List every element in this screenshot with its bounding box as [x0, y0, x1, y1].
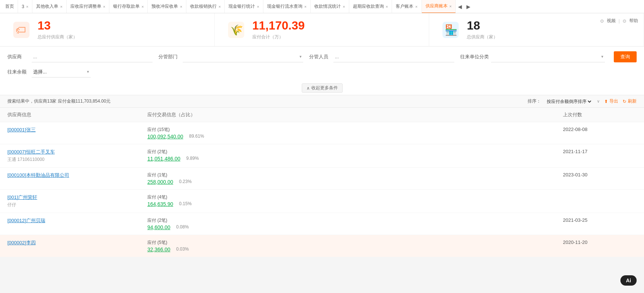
- supplier-contact-4: 仔仔: [7, 202, 147, 208]
- nav-tab-overdue-close[interactable]: ×: [386, 4, 388, 9]
- payable-info-2: 应付 (2笔) 11,051,486.00 9.89%: [147, 149, 563, 162]
- stat-number-suppliers: 13: [38, 19, 77, 32]
- payable-percent-4: 0.15%: [179, 201, 192, 207]
- export-button[interactable]: ⬆ 导出: [604, 98, 618, 104]
- nav-prev-arrow[interactable]: ◀: [456, 0, 464, 13]
- nav-tab-customer-ledger-close[interactable]: ×: [415, 4, 417, 9]
- nav-tab-overdue[interactable]: 超期应收款查询 ×: [349, 0, 392, 13]
- stat-label-suppliers: 总应付供应商（家）: [38, 34, 77, 40]
- supplier-name-3[interactable]: [000100]本特勤油品有限公司: [7, 172, 147, 179]
- filter-person: 分管人员: [309, 51, 454, 62]
- category-filter-select[interactable]: [491, 51, 605, 62]
- nav-tab-other-income[interactable]: 其他收入单 ×: [32, 0, 66, 13]
- nav-tab-other-income-close[interactable]: ×: [60, 4, 62, 9]
- payable-label-6: 应付 (5笔): [147, 239, 563, 246]
- payable-amount-4[interactable]: 164,635.90: [147, 201, 173, 207]
- payable-amount-6[interactable]: 32,366.00: [147, 247, 170, 252]
- nav-tab-cash-bank-stats-close[interactable]: ×: [257, 4, 259, 9]
- payable-percent-6: 0.03%: [176, 247, 189, 252]
- payable-info-3: 应付 (1笔) 258,000.00 0.23%: [147, 172, 563, 185]
- payable-info-4: 应付 (4笔) 164,635.90 0.15%: [147, 194, 563, 207]
- payable-label-5: 应付 (2笔): [147, 217, 563, 224]
- nav-tab-cash-bank-stats-label: 现金银行统计: [228, 3, 255, 10]
- stat-label-payable: 应付合计（万）: [252, 34, 305, 40]
- nav-tab-advance-label: 预收冲应收单: [151, 3, 178, 10]
- nav-tab-cash-bank-stats[interactable]: 现金银行统计 ×: [225, 0, 263, 13]
- nav-tab-collection-stats-label: 收款情况统计: [314, 3, 341, 10]
- nav-tab-other-income-label: 其他收入单: [36, 3, 58, 10]
- top-right-links: ⊙ 视频 | ⊙ 帮助: [600, 18, 638, 24]
- export-label: 导出: [609, 98, 618, 104]
- search-button[interactable]: 查询: [614, 51, 637, 62]
- stat-block-suppliers: 🏷 13 总应付供应商（家）: [0, 13, 215, 46]
- payable-percent-2: 9.89%: [186, 156, 199, 162]
- sort-select[interactable]: 按应付余额倒序排序: [545, 99, 592, 104]
- payable-amount-3[interactable]: 258,000.00: [147, 179, 173, 185]
- nav-tab-collection[interactable]: 收款核销执行 ×: [186, 0, 225, 13]
- supplier-filter-input[interactable]: [32, 51, 153, 62]
- nav-tab-collection-close[interactable]: ×: [218, 4, 221, 9]
- payable-amount-5[interactable]: 94,600.00: [147, 224, 170, 230]
- supplier-name-5[interactable]: [000012]广州贝瑞: [7, 217, 147, 224]
- nav-tab-cash-flow-close[interactable]: ×: [304, 4, 307, 9]
- table-row: [001]广州荣轩 仔仔 应付 (4笔) 164,635.90 0.15%: [0, 190, 644, 213]
- lastpay-date-2: 2021-11-17: [563, 149, 637, 154]
- nav-next-arrow[interactable]: ▶: [464, 0, 473, 13]
- dept-filter-select[interactable]: [183, 51, 304, 62]
- svg-text:🏪: 🏪: [445, 24, 458, 36]
- lastpay-2: 2021-11-17: [563, 149, 637, 154]
- result-bar: 搜索结果中，供应商13家 应付金额111,703,854.00元 排序： 按应付…: [0, 95, 644, 108]
- person-filter-label: 分管人员: [309, 54, 331, 60]
- balance-filter-label: 往来余额: [7, 69, 29, 75]
- result-summary: 搜索结果中，供应商13家 应付金额111,703,854.00元: [7, 98, 111, 104]
- person-filter-input[interactable]: [333, 51, 454, 62]
- nav-tab-home[interactable]: 首页: [1, 0, 18, 13]
- payable-percent-3: 0.23%: [179, 179, 192, 185]
- nav-tab-customer-ledger[interactable]: 客户账本 ×: [392, 0, 421, 13]
- supplier-name-2[interactable]: [000007]恒旺二手叉车: [7, 149, 147, 155]
- nav-tab-collection-stats[interactable]: 收款情况统计 ×: [311, 0, 349, 13]
- stats-bar: 🏷 13 总应付供应商（家） 🌾 11,170.39 应付合计（万） 🏪: [0, 13, 644, 46]
- payable-label-4: 应付 (4笔): [147, 194, 563, 200]
- nav-tab-bank-deposit-close[interactable]: ×: [141, 4, 144, 9]
- collapse-button[interactable]: ∧ 收起更多条件: [302, 83, 343, 93]
- supplier-name-4[interactable]: [001]广州荣轩: [7, 194, 147, 201]
- help-link[interactable]: 帮助: [629, 18, 638, 24]
- filter-row-1: 供应商 分管部门 ▾ 分管人员 往来单位分类 ▾: [7, 51, 637, 62]
- nav-tab-supplier-ledger-close[interactable]: ×: [449, 4, 452, 8]
- supplier-info-2: [000007]恒旺二手叉车 王通 17106110000: [7, 149, 147, 163]
- nav-tab-3[interactable]: 3 ×: [18, 0, 32, 13]
- supplier-name-6[interactable]: [000002]李四: [7, 239, 147, 246]
- supplier-name-1[interactable]: [000001]张三: [7, 127, 147, 133]
- nav-tab-collection-stats-close[interactable]: ×: [343, 4, 345, 9]
- filter-balance: 往来余额 选择... ▾: [7, 66, 637, 77]
- nav-tab-cash-flow[interactable]: 现金银行流水查询 ×: [263, 0, 311, 13]
- refresh-label: 刷新: [628, 98, 637, 104]
- svg-text:🏷: 🏷: [15, 24, 26, 36]
- nav-tab-bank-deposit[interactable]: 银行存取款单 ×: [109, 0, 148, 13]
- lastpay-1: 2022-08-08: [563, 127, 637, 132]
- col-header-payable: 应付交易信息（占比）: [147, 111, 563, 118]
- nav-tab-advance-close[interactable]: ×: [180, 4, 182, 9]
- nav-tab-adjustment[interactable]: 应收应付调整单 ×: [67, 0, 109, 13]
- payable-percent-1: 89.61%: [189, 134, 204, 139]
- nav-tab-adjustment-close[interactable]: ×: [103, 4, 105, 9]
- collapse-row: ∧ 收起更多条件: [7, 81, 637, 95]
- nav-tab-3-close[interactable]: ×: [26, 4, 28, 9]
- video-link[interactable]: 视频: [607, 18, 616, 24]
- supplier-info-5: [000012]广州贝瑞: [7, 217, 147, 224]
- balance-filter-select[interactable]: 选择...: [32, 66, 91, 77]
- nav-tab-supplier-ledger[interactable]: 供应商账本 ×: [422, 0, 456, 13]
- payable-amount-2[interactable]: 11,051,486.00: [147, 156, 181, 162]
- link-divider: |: [619, 18, 620, 24]
- supplier-info-1: [000001]张三: [7, 127, 147, 133]
- table-row: [000002]李四 应付 (5笔) 32,366.00 0.03% 2020-…: [0, 235, 644, 257]
- payable-amount-1[interactable]: 100,092,540.00: [147, 134, 183, 139]
- nav-tab-advance[interactable]: 预收冲应收单 ×: [148, 0, 186, 13]
- refresh-button[interactable]: ↻ 刷新: [623, 98, 637, 104]
- category-select-wrapper: ▾: [491, 51, 605, 62]
- data-table: 供应商信息 应付交易信息（占比） 上次付数 [000001]张三 应付 (15笔…: [0, 108, 644, 257]
- supplier-icon: 🏷: [11, 20, 32, 40]
- nav-tab-supplier-ledger-label: 供应商账本: [426, 3, 448, 9]
- table-row: [000001]张三 应付 (15笔) 100,092,540.00 89.61…: [0, 122, 644, 144]
